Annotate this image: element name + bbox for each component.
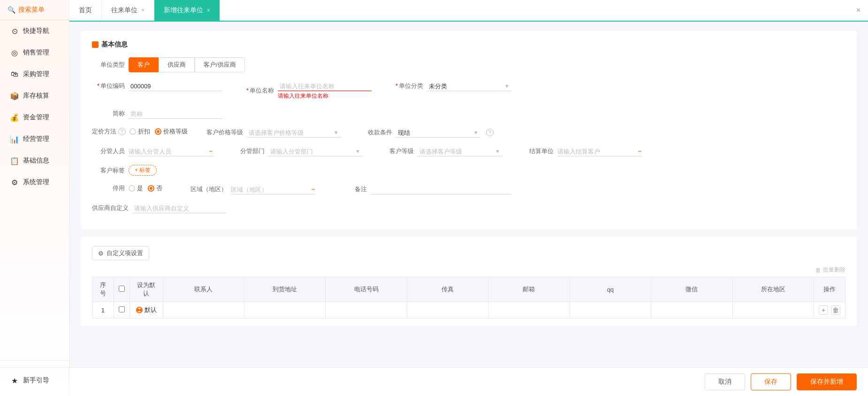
sidebar-item-operations[interactable]: 📊经营管理 bbox=[0, 128, 69, 150]
unit-type-field: 单位类型 客户 供应商 客户/供应商 bbox=[92, 57, 245, 72]
finance-icon: 💰 bbox=[10, 113, 19, 122]
supplier-custom-input[interactable] bbox=[132, 203, 226, 213]
unit-category-field: *单位分类 ▼ bbox=[390, 81, 511, 91]
department-select-wrapper[interactable]: ▼ bbox=[268, 146, 362, 156]
window-close-button[interactable]: × bbox=[849, 0, 868, 21]
sidebar-item-inventory[interactable]: 📦库存核算 bbox=[0, 85, 69, 107]
cell-fax bbox=[407, 302, 488, 318]
radio-price-level-circle bbox=[155, 128, 161, 135]
sidebar-item-sales[interactable]: ◎销售管理 bbox=[0, 42, 69, 63]
unit-category-select-wrapper[interactable]: ▼ bbox=[427, 81, 511, 91]
short-name-input[interactable] bbox=[129, 109, 222, 119]
radio-no[interactable]: 否 bbox=[148, 184, 162, 193]
tab-home[interactable]: 首页 bbox=[69, 0, 102, 21]
manager-label: 分管人员 bbox=[92, 147, 125, 155]
tab-new-contact[interactable]: 新增往来单位× bbox=[154, 0, 220, 21]
department-input[interactable] bbox=[268, 146, 362, 156]
row-seq: 1 bbox=[101, 307, 105, 314]
disabled-radio-group: 是 否 bbox=[129, 184, 162, 193]
manager-dots-btn[interactable]: ··· bbox=[208, 147, 213, 155]
custom-settings-button[interactable]: ⚙ 自定义项设置 bbox=[92, 246, 149, 260]
sidebar-item-finance[interactable]: 💰资金管理 bbox=[0, 107, 69, 128]
settlement-unit-field: 结算单位 ··· bbox=[521, 146, 642, 156]
tab-close-new-contact[interactable]: × bbox=[207, 7, 210, 14]
cancel-button[interactable]: 取消 bbox=[705, 373, 745, 390]
payment-terms-help-icon[interactable]: ? bbox=[486, 129, 494, 136]
pricing-label: 定价方法 ? bbox=[92, 127, 126, 136]
cell-check bbox=[114, 302, 129, 318]
header-checkbox[interactable] bbox=[119, 286, 125, 292]
sidebar-item-basic-info[interactable]: 📋基础信息 bbox=[0, 150, 69, 171]
payment-terms-input[interactable] bbox=[396, 127, 480, 138]
remark-input[interactable] bbox=[371, 184, 511, 194]
cell-email bbox=[488, 302, 570, 318]
basic-info-icon: 📋 bbox=[10, 156, 19, 165]
customer-level-input[interactable] bbox=[418, 146, 502, 156]
radio-yes[interactable]: 是 bbox=[129, 184, 143, 193]
sidebar-item-label-sales: 销售管理 bbox=[23, 48, 49, 57]
contact-table-card: ⚙ 自定义项设置 🗑 批量删除 序号设为默认联系人到货地址电话号码传真邮箱qq微… bbox=[81, 237, 857, 326]
table-header-7: 邮箱 bbox=[488, 277, 570, 302]
settlement-unit-dots-btn[interactable]: ··· bbox=[637, 147, 642, 155]
sidebar-item-label-finance: 资金管理 bbox=[23, 113, 49, 122]
contact-input[interactable] bbox=[168, 307, 239, 314]
pricing-help-icon[interactable]: ? bbox=[118, 128, 126, 135]
customer-level-select-wrapper[interactable]: ▼ bbox=[418, 146, 502, 156]
radio-discount[interactable]: 折扣 bbox=[129, 127, 150, 136]
type-btn-customer[interactable]: 客户 bbox=[129, 57, 159, 72]
sidebar-search[interactable]: 🔍 搜索菜单 bbox=[0, 0, 69, 20]
unit-code-input[interactable] bbox=[129, 81, 222, 91]
type-btn-both[interactable]: 客户/供应商 bbox=[195, 57, 245, 72]
email-input[interactable] bbox=[493, 307, 564, 314]
region-input[interactable] bbox=[231, 184, 310, 194]
sidebar-item-system[interactable]: ⚙系统管理 bbox=[0, 171, 69, 193]
manager-input[interactable] bbox=[129, 146, 208, 156]
unit-category-label: *单位分类 bbox=[390, 82, 423, 90]
unit-type-label: 单位类型 bbox=[92, 61, 125, 69]
section-flag-icon bbox=[92, 41, 99, 48]
row-delete-btn[interactable]: 🗑 bbox=[831, 305, 840, 315]
save-button[interactable]: 保存 bbox=[751, 373, 791, 390]
section-title: 基本信息 bbox=[92, 40, 845, 49]
fax-input[interactable] bbox=[412, 307, 483, 314]
sidebar-item-quick-nav[interactable]: ⊙快捷导航 bbox=[0, 20, 69, 42]
phone-input[interactable] bbox=[330, 307, 402, 314]
region-row-input[interactable] bbox=[738, 307, 809, 314]
wechat-input[interactable] bbox=[656, 307, 727, 314]
tag-add-button[interactable]: + 标签 bbox=[129, 165, 157, 176]
radio-yes-circle bbox=[129, 185, 135, 192]
batch-delete-label[interactable]: 批量删除 bbox=[823, 266, 845, 274]
address-input[interactable] bbox=[249, 307, 320, 314]
cell-default: 默认 bbox=[129, 302, 163, 318]
settlement-unit-input[interactable] bbox=[557, 146, 637, 156]
payment-terms-field: 收款条件 ▼ ? bbox=[359, 127, 494, 138]
row-add-btn[interactable]: + bbox=[819, 305, 828, 315]
region-dots-btn[interactable]: ··· bbox=[310, 185, 315, 194]
default-radio-circle bbox=[136, 307, 143, 313]
contacts-table: 序号设为默认联系人到货地址电话号码传真邮箱qq微信所在地区操作 1默认+🗑 bbox=[92, 277, 845, 318]
row-checkbox[interactable] bbox=[119, 306, 125, 312]
table-header-3: 联系人 bbox=[163, 277, 244, 302]
unit-name-input[interactable] bbox=[278, 81, 372, 91]
sidebar-item-label-quick-nav: 快捷导航 bbox=[23, 27, 49, 35]
type-btn-supplier[interactable]: 供应商 bbox=[159, 57, 195, 72]
tab-contacts[interactable]: 往来单位× bbox=[102, 0, 154, 21]
sidebar-item-purchase[interactable]: 🛍采购管理 bbox=[0, 63, 69, 85]
sidebar-item-new-guide[interactable]: ★ 新手引导 bbox=[0, 370, 69, 391]
sidebar-bottom: ★ 新手引导 bbox=[0, 360, 69, 396]
unit-category-input[interactable] bbox=[427, 81, 511, 91]
customer-price-level-field: 客户价格等级 ▼ bbox=[206, 127, 341, 138]
payment-terms-select-wrapper[interactable]: ▼ bbox=[396, 127, 480, 138]
short-name-field: 简称 bbox=[92, 109, 222, 119]
save-new-button[interactable]: 保存并新增 bbox=[797, 373, 857, 390]
trash-icon: 🗑 bbox=[815, 267, 821, 273]
cell-wechat bbox=[651, 302, 732, 318]
tab-close-contacts[interactable]: × bbox=[141, 7, 145, 14]
qq-input[interactable] bbox=[575, 307, 647, 314]
cell-address bbox=[244, 302, 325, 318]
customer-price-level-select-wrapper[interactable]: ▼ bbox=[247, 127, 341, 138]
radio-price-level[interactable]: 价格等级 bbox=[155, 127, 188, 136]
settlement-unit-label: 结算单位 bbox=[521, 147, 554, 155]
customer-price-level-input[interactable] bbox=[247, 127, 341, 138]
remark-label: 备注 bbox=[334, 185, 367, 194]
